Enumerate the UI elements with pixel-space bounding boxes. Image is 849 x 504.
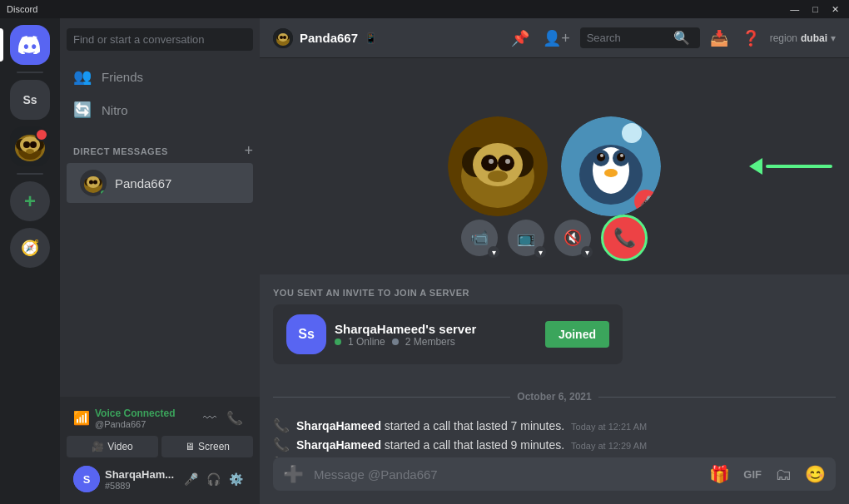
video-button[interactable]: 🎥 Video [67,436,158,457]
svg-point-24 [283,36,286,39]
sidebar-item-friends[interactable]: 👥 Friends [67,61,253,92]
user-panel-tag: #5889 [105,481,176,491]
server-icon-panda[interactable] [10,126,50,166]
settings-button[interactable]: ⚙️ [226,469,246,489]
call-log-time-1: Today at 12:21 AM [571,422,647,432]
server-ss-label: Ss [22,93,37,106]
green-arrow [749,158,832,175]
search-input[interactable] [587,32,670,44]
call-logs: 📞 SharqaHameed started a call that laste… [273,416,836,457]
dm-name-panda667: Panda667 [115,176,171,190]
offline-dot [392,338,399,345]
message-add-button[interactable]: ➕ [280,457,307,491]
call-area: 🎤 📹 📺 🔇 📞 [260,58,849,274]
main-layout: Ss + 🧭 [0,18,849,504]
server-invite-card: Ss SharqaHameed's server 1 Online 2 Memb… [273,304,623,364]
dm-item-panda667[interactable]: Panda667 [67,163,253,203]
sticker-button[interactable]: 🗂 [772,462,795,487]
call-participant-panda [448,116,548,216]
status-dot [99,189,107,196]
svg-point-45 [622,123,642,143]
headset-button[interactable]: 🎧 [203,469,224,489]
muted-badge: 🎤 [634,190,658,213]
gift-button[interactable]: 🎁 [706,461,733,487]
messages-area: YOU SENT AN INVITE TO JOIN A SERVER Ss S… [260,274,849,457]
add-server-icon: + [24,190,36,213]
voice-info-text: Voice Connected @Panda667 [95,408,175,429]
help-button[interactable]: ❓ [738,26,763,51]
call-log-time-2: Today at 12:29 AM [571,441,647,451]
svg-point-43 [620,154,623,157]
video-label: Video [107,441,132,452]
voice-wave-button[interactable]: 〰 [200,407,220,429]
emoji-button[interactable]: 😊 [802,461,829,487]
maximize-button[interactable]: □ [809,4,822,15]
call-participants: 🎤 [448,116,661,216]
inbox-button[interactable]: 📥 [707,26,732,51]
date-divider: October 6, 2021 [273,391,836,403]
voice-disconnect-button[interactable]: 📞 [223,407,246,429]
joined-button[interactable]: Joined [545,321,609,348]
message-input-container: ➕ 🎁 GIF 🗂 😊 [273,457,836,491]
message-input[interactable] [314,458,699,491]
screen-share-button[interactable]: 📺 [508,220,544,256]
minimize-button[interactable]: — [787,4,802,15]
chat-header: Panda667 📱 📌 👤+ 🔍 📥 ❓ region dubai ▾ [260,18,849,58]
call-log-user-2: SharqaHameed [296,438,381,452]
close-button[interactable]: ✕ [828,4,842,15]
arrow-head [749,158,762,175]
date-divider-text: October 6, 2021 [517,391,591,403]
dm-add-button[interactable]: + [244,142,253,160]
online-dot [335,338,341,345]
dm-avatar-panda667 [80,170,107,196]
server-icon-ss[interactable]: Ss [10,80,50,120]
svg-point-32 [489,159,494,164]
add-friend-button[interactable]: 👤+ [539,26,573,51]
call-log-item: 📞 SharqaHameed started a call that laste… [273,416,836,435]
chat-header-right: 📌 👤+ 🔍 📥 ❓ region dubai ▾ [508,26,836,51]
server-icon-add[interactable]: + [10,181,50,221]
friends-icon: 👥 [73,67,92,86]
mic-button[interactable]: 🎤 [181,469,201,489]
invite-server-meta: 1 Online 2 Members [335,336,535,348]
call-log-icon: 📞 [273,418,290,433]
user-panel-info: SharqaHam... #5889 [105,468,176,491]
svg-point-6 [30,141,37,148]
voice-actions: 🎥 Video 🖥 Screen [67,432,253,461]
svg-point-44 [604,169,618,177]
screen-share-icon: 📺 [517,229,535,247]
arrow-body [766,165,832,168]
server-icon-discord[interactable] [10,25,50,65]
server-icon-explore[interactable]: 🧭 [10,228,50,268]
server-separator [17,72,43,73]
end-call-button[interactable]: 📞 [601,215,648,261]
mute-icon: 🔇 [564,229,582,247]
nitro-icon: 🔄 [73,101,92,119]
chat-header-status-emoji: 📱 [365,32,377,44]
user-panel: S SharqaHam... #5889 🎤 🎧 ⚙️ [67,461,253,497]
sidebar-item-nitro[interactable]: 🔄 Nitro [67,94,253,126]
chat-header-left: Panda667 📱 [273,28,501,48]
invite-server-icon: Ss [286,314,326,354]
gif-button[interactable]: GIF [740,465,765,484]
region-info: region dubai ▾ [770,32,836,44]
camera-button[interactable]: 📹 [461,220,498,256]
screen-button[interactable]: 🖥 Screen [161,436,253,457]
online-count: 1 Online [348,336,385,348]
members-count: 2 Members [405,336,455,348]
titlebar-title: Discord [7,4,37,14]
invite-content: Ss SharqaHameed's server 1 Online 2 Memb… [286,314,535,354]
svg-point-34 [488,170,508,182]
titlebar: Discord — □ ✕ [0,0,849,18]
mute-button[interactable]: 🔇 [554,220,591,256]
sidebar-nav: 👥 Friends 🔄 Nitro [60,57,260,129]
svg-point-23 [280,36,283,39]
titlebar-controls: — □ ✕ [787,4,842,15]
voice-connected-label: Voice Connected [95,408,175,419]
pin-button[interactable]: 📌 [508,26,533,51]
region-chevron-icon: ▾ [831,32,836,44]
sidebar-search [60,18,260,57]
user-panel-name: SharqaHam... [105,468,176,481]
sidebar-search-input[interactable] [67,28,253,51]
call-controls: 📹 📺 🔇 📞 [461,215,648,261]
